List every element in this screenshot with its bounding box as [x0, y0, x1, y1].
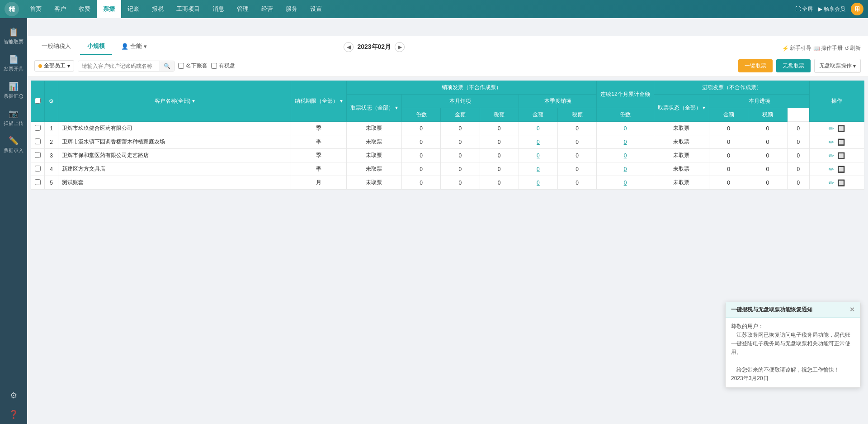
view-icon-4[interactable]: 🔲	[837, 179, 845, 186]
my-account-checkbox[interactable]	[178, 63, 184, 69]
row-num-0: 1	[45, 122, 58, 135]
nav-invoice[interactable]: 票据	[97, 0, 121, 18]
period-filter-icon[interactable]: ▾	[340, 98, 343, 104]
nav-tax[interactable]: 报税	[146, 0, 170, 18]
search-box: 🔍	[78, 61, 175, 71]
fullscreen-btn[interactable]: ⛶ 全屏	[795, 5, 813, 13]
no-disk-ops-btn[interactable]: 无盘取票操作 ▾	[814, 59, 861, 73]
row-checkbox-1[interactable]	[35, 138, 41, 144]
sales-status-filter[interactable]: ▾	[395, 105, 398, 111]
th-income-status: 取票状态（全部） ▾	[654, 95, 709, 122]
row-s-copies-3: 0	[402, 162, 441, 176]
row-checkbox-2[interactable]	[35, 152, 41, 158]
prev-month-btn[interactable]: ◀	[344, 42, 354, 52]
edit-icon-0[interactable]: ✏	[829, 125, 834, 132]
select-all-checkbox[interactable]	[35, 98, 41, 104]
search-button[interactable]: 🔍	[160, 61, 174, 71]
th-monthly-sales: 本月销项	[402, 95, 519, 108]
row-checkbox-3[interactable]	[35, 166, 41, 172]
nav-message[interactable]: 消息	[206, 0, 231, 18]
edit-icon-1[interactable]: ✏	[829, 138, 834, 146]
new-guide-btn[interactable]: ⚡ 新手引导	[782, 44, 811, 52]
notification-popup: 一键报税与无盘取票功能恢复通知 ✕ 尊敬的用户： 江苏政务网已恢复访问电子税务局…	[725, 302, 861, 388]
row-i-amount-0: 0	[748, 122, 787, 135]
row-actions-1: ✏ 🔲	[810, 135, 864, 149]
edit-icon-3[interactable]: ✏	[829, 166, 834, 173]
sidebar-item-settings[interactable]: ⚙	[0, 386, 27, 405]
view-icon-1[interactable]: 🔲	[837, 138, 845, 146]
tax-disk-checkbox-label[interactable]: 有税盘	[211, 62, 235, 70]
view-icon-3[interactable]: 🔲	[837, 166, 845, 173]
tax-disk-checkbox[interactable]	[211, 63, 217, 69]
row-cumulative-3: 0	[597, 162, 654, 176]
sidebar-item-scan[interactable]: 📷 扫描上传	[0, 104, 27, 131]
tab-general-taxpayer[interactable]: 一般纳税人	[34, 38, 78, 55]
row-sq-amount-4: 0	[519, 176, 557, 190]
nav-business[interactable]: 工商项目	[170, 0, 206, 18]
row-num-1: 2	[45, 135, 58, 149]
nav-fee[interactable]: 收费	[72, 0, 97, 18]
sidebar-bottom: ⚙ ❓	[0, 386, 27, 424]
avatar[interactable]: 用	[851, 3, 863, 15]
row-sq-amount-3: 0	[519, 162, 557, 176]
row-income-status-3: 未取票	[654, 162, 709, 176]
smart-ticket-icon: 📋	[9, 27, 19, 37]
row-i-tax-0: 0	[787, 122, 810, 135]
row-sq-amount-0: 0	[519, 122, 557, 135]
nav-settings[interactable]: 设置	[304, 0, 328, 18]
row-s-amount-1: 0	[441, 135, 480, 149]
top-nav: 精 首页 客户 收费 票据 记账 报税 工商项目 消息 管理 经营 服务 设置 …	[0, 0, 868, 18]
income-status-filter[interactable]: ▾	[703, 105, 705, 111]
row-i-tax-3: 0	[787, 162, 810, 176]
sidebar-item-summary[interactable]: 📊 票据汇总	[0, 77, 27, 104]
employee-select[interactable]: 全部员工 ▾	[34, 60, 74, 71]
sidebar-item-entry[interactable]: ✏️ 票据录入	[0, 131, 27, 158]
search-input[interactable]	[78, 61, 160, 71]
row-name-1: 卫辉市汲水镇下园调香榴蕾木种植家庭农场	[58, 135, 291, 149]
sidebar-item-help[interactable]: ❓	[0, 405, 27, 424]
row-period-1: 季	[291, 135, 346, 149]
edit-icon-4[interactable]: ✏	[829, 179, 834, 186]
row-sq-tax-3: 0	[558, 162, 597, 176]
row-i-amount-3: 0	[748, 162, 787, 176]
fullscreen-icon: ⛶	[795, 6, 801, 12]
refresh-btn[interactable]: ↺ 刷新	[844, 44, 861, 52]
nav-service[interactable]: 服务	[279, 0, 304, 18]
one-key-ticket-btn[interactable]: 一键取票	[738, 59, 773, 72]
edit-icon-2[interactable]: ✏	[829, 152, 834, 159]
table-row: 1 卫辉市玖玖健合医药有限公司 季 未取票 0 0 0 0 0 0 未取票 0 …	[31, 122, 864, 135]
row-checkbox-0[interactable]	[35, 125, 41, 131]
employee-dot	[38, 64, 42, 68]
row-name-2: 卫辉市保和堂医药有限公司走艺路店	[58, 149, 291, 162]
row-sales-status-3: 未取票	[346, 162, 401, 176]
member-btn[interactable]: ▶ 畅享会员	[818, 5, 845, 13]
no-disk-ticket-btn[interactable]: 无盘取票	[776, 59, 811, 72]
table-row: 5 测试账套 月 未取票 0 0 0 0 0 0 未取票 0 0 0 ✏ 🔲	[31, 176, 864, 190]
tab-small-scale[interactable]: 小规模	[80, 38, 112, 55]
nav-home[interactable]: 首页	[24, 0, 48, 18]
svg-text:精: 精	[8, 5, 15, 13]
nav-operation[interactable]: 经营	[255, 0, 279, 18]
row-s-tax-3: 0	[480, 162, 519, 176]
row-i-amount-1: 0	[748, 135, 787, 149]
manual-btn[interactable]: 📖 操作手册	[813, 44, 843, 52]
view-icon-0[interactable]: 🔲	[837, 125, 845, 132]
row-sales-status-4: 未取票	[346, 176, 401, 190]
my-account-checkbox-label[interactable]: 名下账套	[178, 62, 208, 70]
row-checkbox-4[interactable]	[35, 179, 41, 185]
next-month-btn[interactable]: ▶	[395, 42, 405, 52]
row-s-copies-2: 0	[402, 149, 441, 162]
filter-icon[interactable]: ▾	[192, 98, 195, 104]
nav-bookkeeping[interactable]: 记账	[121, 0, 146, 18]
nav-manage[interactable]: 管理	[231, 0, 255, 18]
row-period-3: 季	[291, 162, 346, 176]
manual-icon: 📖	[813, 45, 820, 52]
sidebar-item-smart-ticket[interactable]: 📋 智能取票	[0, 23, 27, 50]
notification-close-btn[interactable]: ✕	[849, 306, 855, 313]
sidebar-item-issue-invoice[interactable]: 📄 发票开具	[0, 50, 27, 77]
view-icon-2[interactable]: 🔲	[837, 152, 845, 159]
nav-customer[interactable]: 客户	[48, 0, 72, 18]
row-s-amount-0: 0	[441, 122, 480, 135]
tab-all[interactable]: 👤 全能 ▾	[114, 38, 154, 55]
nav-items: 首页 客户 收费 票据 记账 报税 工商项目 消息 管理 经营 服务 设置	[24, 0, 795, 18]
